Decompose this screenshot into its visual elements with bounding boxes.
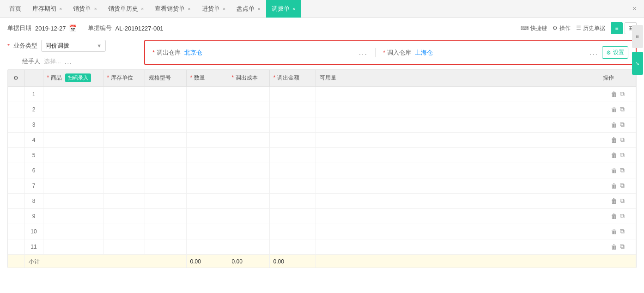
row-cost-cell[interactable]: [228, 102, 269, 117]
row-qty-cell[interactable]: [186, 178, 228, 193]
row-spec-cell[interactable]: [145, 193, 186, 208]
tab-inventory-init[interactable]: 库存期初 ×: [27, 0, 67, 18]
tab-sales-history-close[interactable]: ×: [141, 6, 144, 12]
row-spec-cell[interactable]: [145, 147, 186, 163]
scan-button[interactable]: 扫码录入: [65, 73, 91, 82]
row-qty-cell[interactable]: [186, 86, 228, 102]
tab-inventory-close[interactable]: ×: [257, 6, 260, 12]
row-available-cell[interactable]: [316, 163, 599, 178]
delete-icon[interactable]: 🗑: [611, 121, 617, 128]
row-available-cell[interactable]: [316, 178, 599, 193]
tab-transfer[interactable]: 调拨单 ×: [266, 0, 301, 18]
tab-view-sales[interactable]: 查看销货单 ×: [149, 0, 196, 18]
shortcuts-button[interactable]: ⌨ 快捷键: [521, 24, 547, 32]
tab-transfer-close[interactable]: ×: [292, 6, 295, 12]
row-amount-cell[interactable]: [269, 163, 316, 178]
row-amount-cell[interactable]: [269, 239, 316, 254]
row-goods-cell[interactable]: [43, 178, 103, 193]
row-goods-cell[interactable]: [43, 102, 103, 117]
tab-purchase[interactable]: 进货单 ×: [196, 0, 231, 18]
history-button[interactable]: ☰ 历史单据: [576, 24, 605, 32]
row-available-cell[interactable]: [316, 239, 599, 254]
row-goods-cell[interactable]: [43, 147, 103, 163]
row-unit-cell[interactable]: [103, 193, 145, 208]
row-goods-cell[interactable]: [43, 117, 103, 132]
agent-more-button[interactable]: ...: [65, 58, 73, 65]
row-qty-cell[interactable]: [186, 193, 228, 208]
row-amount-cell[interactable]: [269, 102, 316, 117]
copy-icon[interactable]: ⧉: [620, 105, 625, 113]
row-spec-cell[interactable]: [145, 132, 186, 147]
row-amount-cell[interactable]: [269, 193, 316, 208]
delete-icon[interactable]: 🗑: [611, 152, 617, 159]
row-cost-cell[interactable]: [228, 147, 269, 163]
row-qty-cell[interactable]: [186, 117, 228, 132]
row-spec-cell[interactable]: [145, 224, 186, 239]
copy-icon[interactable]: ⧉: [620, 90, 625, 98]
tab-sales-order[interactable]: 销货单 ×: [67, 0, 102, 18]
list-view-button[interactable]: ≡: [611, 22, 623, 34]
delete-icon[interactable]: 🗑: [611, 197, 617, 205]
tab-bar-close-button[interactable]: ×: [629, 5, 640, 13]
row-cost-cell[interactable]: [228, 239, 269, 254]
copy-icon[interactable]: ⧉: [620, 197, 625, 205]
row-unit-cell[interactable]: [103, 117, 145, 132]
copy-icon[interactable]: ⧉: [620, 227, 625, 235]
row-unit-cell[interactable]: [103, 239, 145, 254]
agent-placeholder[interactable]: 选择...: [44, 57, 61, 66]
row-available-cell[interactable]: [316, 86, 599, 102]
row-amount-cell[interactable]: [269, 178, 316, 193]
delete-icon[interactable]: 🗑: [611, 167, 617, 174]
row-cost-cell[interactable]: [228, 86, 269, 102]
row-goods-cell[interactable]: [43, 208, 103, 224]
row-available-cell[interactable]: [316, 208, 599, 224]
tab-view-sales-close[interactable]: ×: [188, 6, 190, 12]
biz-type-select[interactable]: 同价调拨 ▼: [41, 40, 106, 52]
delete-icon[interactable]: 🗑: [611, 136, 617, 144]
row-spec-cell[interactable]: [145, 239, 186, 254]
row-goods-cell[interactable]: [43, 193, 103, 208]
copy-icon[interactable]: ⧉: [620, 243, 625, 250]
row-spec-cell[interactable]: [145, 102, 186, 117]
row-cost-cell[interactable]: [228, 117, 269, 132]
delete-icon[interactable]: 🗑: [611, 228, 617, 235]
row-goods-cell[interactable]: [43, 86, 103, 102]
row-available-cell[interactable]: [316, 102, 599, 117]
row-unit-cell[interactable]: [103, 102, 145, 117]
row-unit-cell[interactable]: [103, 208, 145, 224]
copy-icon[interactable]: ⧉: [620, 166, 625, 174]
operate-button[interactable]: ⚙ 操作: [553, 24, 571, 32]
copy-icon[interactable]: ⧉: [620, 121, 625, 128]
in-warehouse-value[interactable]: 上海仓: [415, 49, 433, 57]
in-warehouse-more-button[interactable]: ...: [589, 49, 598, 57]
row-unit-cell[interactable]: [103, 163, 145, 178]
row-qty-cell[interactable]: [186, 102, 228, 117]
tab-sales-history[interactable]: 销货单历史 ×: [103, 0, 149, 18]
row-cost-cell[interactable]: [228, 208, 269, 224]
row-amount-cell[interactable]: [269, 117, 316, 132]
row-unit-cell[interactable]: [103, 178, 145, 193]
row-cost-cell[interactable]: [228, 193, 269, 208]
copy-icon[interactable]: ⧉: [620, 136, 625, 144]
row-available-cell[interactable]: [316, 193, 599, 208]
row-qty-cell[interactable]: [186, 132, 228, 147]
row-cost-cell[interactable]: [228, 178, 269, 193]
row-available-cell[interactable]: [316, 132, 599, 147]
tab-sales-order-close[interactable]: ×: [94, 6, 97, 12]
tab-inventory-init-close[interactable]: ×: [59, 6, 62, 12]
row-qty-cell[interactable]: [186, 147, 228, 163]
row-unit-cell[interactable]: [103, 132, 145, 147]
row-available-cell[interactable]: [316, 147, 599, 163]
row-unit-cell[interactable]: [103, 224, 145, 239]
tab-home[interactable]: 首页: [4, 0, 27, 18]
row-cost-cell[interactable]: [228, 163, 269, 178]
row-amount-cell[interactable]: [269, 208, 316, 224]
row-unit-cell[interactable]: [103, 86, 145, 102]
row-unit-cell[interactable]: [103, 147, 145, 163]
row-qty-cell[interactable]: [186, 224, 228, 239]
row-cost-cell[interactable]: [228, 224, 269, 239]
delete-icon[interactable]: 🗑: [611, 243, 617, 250]
delete-icon[interactable]: 🗑: [611, 91, 617, 98]
row-amount-cell[interactable]: [269, 132, 316, 147]
row-qty-cell[interactable]: [186, 239, 228, 254]
